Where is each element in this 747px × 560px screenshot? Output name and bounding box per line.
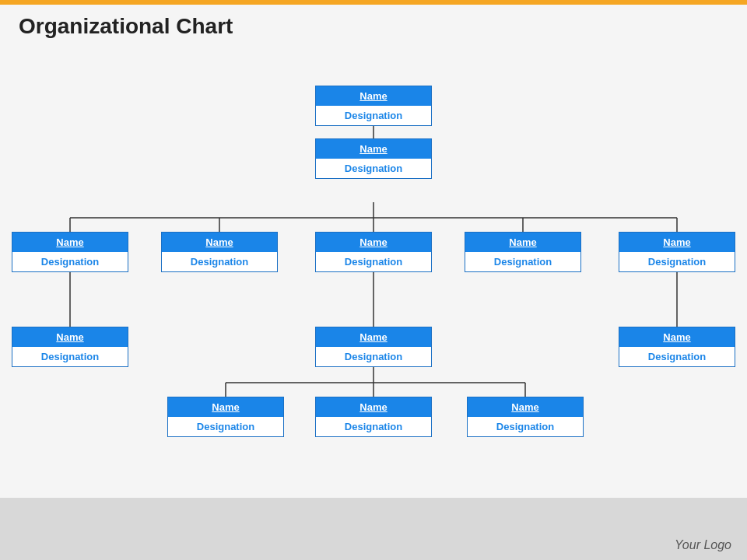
node-l2-1: Name Designation	[12, 232, 128, 272]
node-l4-3b-name: Name	[316, 397, 431, 417]
node-l2-4-name: Name	[465, 233, 580, 252]
node-level1: Name Designation	[315, 138, 432, 179]
logo-text: Your Logo	[675, 538, 731, 552]
node-root-name: Name	[316, 86, 431, 106]
node-l4-3a-designation: Designation	[168, 417, 283, 436]
node-l2-3-name: Name	[316, 233, 431, 252]
node-level1-name: Name	[316, 139, 431, 159]
node-l4-3c-designation: Designation	[468, 417, 583, 436]
page-title: Organizational Chart	[0, 0, 747, 47]
node-l4-3c-name: Name	[468, 397, 583, 417]
node-root-designation: Designation	[316, 106, 431, 125]
node-l3-3-name: Name	[316, 327, 431, 347]
node-l2-1-name: Name	[12, 233, 128, 252]
node-l2-5: Name Designation	[619, 232, 735, 272]
node-l2-5-name: Name	[619, 233, 735, 252]
page: Organizational Chart	[0, 0, 747, 560]
node-l3-1-name: Name	[12, 327, 128, 347]
node-l2-5-designation: Designation	[619, 252, 735, 271]
bottom-bar: Your Logo	[0, 498, 747, 560]
node-l4-3a: Name Designation	[167, 397, 284, 437]
node-l2-2: Name Designation	[161, 232, 278, 272]
node-l2-1-designation: Designation	[12, 252, 128, 271]
node-l4-3a-name: Name	[168, 397, 283, 417]
node-l3-5: Name Designation	[619, 327, 735, 367]
top-accent-bar	[0, 0, 747, 5]
node-l3-5-name: Name	[619, 327, 735, 347]
node-l4-3b: Name Designation	[315, 397, 432, 437]
node-level1-designation: Designation	[316, 159, 431, 178]
node-l2-3-designation: Designation	[316, 252, 431, 271]
node-l3-5-designation: Designation	[619, 347, 735, 366]
node-l3-1-designation: Designation	[12, 347, 128, 366]
node-l2-3: Name Designation	[315, 232, 432, 272]
node-l2-2-name: Name	[162, 233, 277, 252]
node-l3-1: Name Designation	[12, 327, 128, 367]
node-l4-3b-designation: Designation	[316, 417, 431, 436]
node-l4-3c: Name Designation	[467, 397, 584, 437]
node-l2-2-designation: Designation	[162, 252, 277, 271]
node-l2-4: Name Designation	[465, 232, 581, 272]
node-l3-3: Name Designation	[315, 327, 432, 367]
node-l3-3-designation: Designation	[316, 347, 431, 366]
node-root: Name Designation	[315, 86, 432, 126]
node-l2-4-designation: Designation	[465, 252, 580, 271]
chart-area: Name Designation Name Designation Name D…	[0, 47, 747, 529]
